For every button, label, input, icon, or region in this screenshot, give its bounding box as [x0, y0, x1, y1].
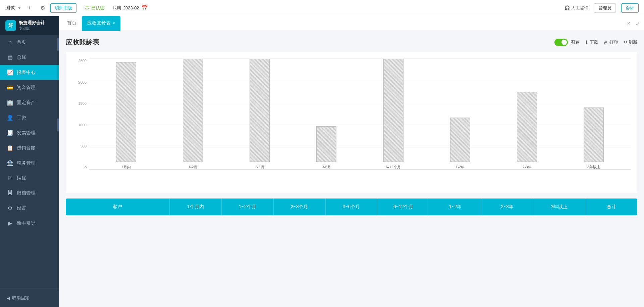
content-area: 首页 应收账龄表 × × ⤢ 应收账龄表 图表	[59, 16, 644, 307]
sidebar-item-guide[interactable]: ▶ 新手引导	[0, 216, 59, 231]
add-project-button[interactable]: ＋	[24, 3, 35, 13]
bar-3plus-year	[584, 107, 604, 162]
sidebar-item-home[interactable]: ⌂ 首页	[0, 35, 59, 50]
th-2-3year: 2~3年	[481, 199, 533, 215]
pin-icon: ◀	[7, 296, 10, 301]
sidebar-item-label: 资金管理	[17, 85, 36, 91]
tax-icon: 🏦	[7, 160, 13, 166]
th-total: 合计	[585, 199, 637, 215]
sidebar-item-label: 新手引导	[17, 220, 36, 226]
bar-label-3-6month: 3-6月	[322, 165, 331, 170]
y-label-1000: 1000	[72, 123, 89, 127]
y-label-1500: 1500	[72, 101, 89, 105]
page-content: 应收账龄表 图表 ⬇ 下载 🖨 打印 ↻	[59, 31, 644, 307]
guide-icon: ▶	[7, 220, 13, 226]
bar-1month	[116, 62, 136, 162]
sidebar-logo: 好 畅捷通好会计 专业版	[0, 16, 59, 35]
cancel-fixed-button[interactable]: ◀ 取消固定	[4, 293, 55, 303]
certified-badge: 已认证	[91, 5, 104, 11]
calendar-icon[interactable]: 📅	[141, 5, 148, 11]
tab-ar-aging[interactable]: 应收账龄表 ×	[82, 16, 120, 31]
sales-icon: 📋	[7, 145, 13, 151]
bar-group-1month: 1月内	[93, 59, 159, 170]
report-icon: 📈	[7, 69, 13, 76]
bar-label-6-12month: 6-12个月	[386, 165, 401, 170]
invoice-icon: 🧾	[7, 130, 13, 136]
project-dropdown-icon[interactable]: ▼	[17, 6, 21, 10]
chart-toggle[interactable]	[554, 39, 568, 46]
th-1-2year: 1~2年	[429, 199, 481, 215]
sidebar-item-label: 结账	[17, 175, 26, 181]
sidebar-item-payroll[interactable]: 👤 工资	[0, 110, 59, 125]
sidebar-item-label: 首页	[17, 39, 26, 45]
sidebar-item-tax[interactable]: 🏦 税务管理	[0, 156, 59, 171]
sidebar-item-fixed-assets[interactable]: 🏢 固定资产	[0, 95, 59, 110]
th-2-3month: 2~3个月	[274, 199, 326, 215]
sidebar-item-fund-mgmt[interactable]: 💳 资金管理	[0, 80, 59, 95]
sidebar-item-label: 设置	[17, 205, 26, 211]
role-button[interactable]: 会计	[621, 3, 639, 13]
th-3plus-year: 3年以上	[533, 199, 585, 215]
sidebar-item-settings[interactable]: ⚙ 设置	[0, 201, 59, 216]
top-bar-right: 🎧 人工咨询 管理员 会计	[565, 3, 639, 13]
bar-group-3-6month: 3-6月	[293, 59, 360, 170]
chart-toggle-wrap: 图表	[554, 39, 579, 46]
bar-1-2month	[183, 59, 203, 162]
y-label-500: 500	[72, 144, 89, 148]
download-label: 下载	[590, 39, 598, 45]
report-header: 应收账龄表 图表 ⬇ 下载 🖨 打印 ↻	[66, 38, 637, 47]
sidebar-item-archive[interactable]: 🗄 归档管理	[0, 186, 59, 201]
top-bar: 测试 ▼ ＋ ⚙ 切到旧版 🛡 已认证 账期 2023-02 📅 🎧 人工咨询 …	[0, 0, 644, 16]
settings-icon: ⚙	[7, 205, 13, 211]
print-label: 打印	[609, 39, 618, 45]
bar-6-12month	[383, 59, 404, 162]
help-button[interactable]: 🎧 人工咨询	[565, 5, 589, 11]
sidebar-item-closing[interactable]: ☑ 结账	[0, 171, 59, 186]
sidebar-scroll: ⌂ 首页 ▤ 总账 📈 报表中心 💳 资金管理 🏢 固定资产 👤 工资	[0, 35, 59, 289]
sidebar-item-general-ledger[interactable]: ▤ 总账	[0, 50, 59, 65]
bar-1-2year	[450, 118, 470, 162]
sidebar-item-label: 报表中心	[17, 70, 36, 76]
close-window-button[interactable]: ×	[626, 19, 632, 28]
sidebar-item-label: 固定资产	[17, 100, 36, 106]
sidebar: 好 畅捷通好会计 专业版 ⌂ 首页 ▤ 总账 📈 报表中心	[0, 16, 59, 307]
settings-button[interactable]: ⚙	[38, 3, 48, 12]
certified-icon: 🛡	[85, 5, 90, 11]
bar-group-2-3month: 2-3月	[226, 59, 293, 170]
sidebar-item-label: 发票管理	[17, 130, 36, 136]
user-button[interactable]: 管理员	[594, 3, 616, 13]
bar-2-3year	[517, 92, 537, 162]
sidebar-item-label: 税务管理	[17, 160, 36, 166]
tab-home[interactable]: 首页	[62, 16, 82, 31]
y-label-2500: 2500	[72, 59, 89, 63]
sidebar-item-label: 归档管理	[17, 190, 36, 196]
assets-icon: 🏢	[7, 99, 13, 106]
fund-icon: 💳	[7, 84, 13, 91]
report-title: 应收账龄表	[66, 38, 99, 47]
archive-icon: 🗄	[7, 190, 13, 196]
refresh-button[interactable]: ↻ 刷新	[624, 39, 637, 45]
sidebar-item-sales-ledger[interactable]: 📋 进销台账	[0, 140, 59, 156]
switch-old-version-button[interactable]: 切到旧版	[50, 3, 76, 13]
y-label-2000: 2000	[72, 80, 89, 84]
tab-close-icon[interactable]: ×	[113, 21, 115, 26]
period-label: 账期	[112, 5, 121, 11]
report-actions: 图表 ⬇ 下载 🖨 打印 ↻ 刷新	[554, 39, 637, 46]
refresh-icon: ↻	[624, 40, 627, 45]
th-6-12month: 6~12个月	[377, 199, 429, 215]
report-table: 客户 1个月内 1~2个月 2~3个月 3~6个月 6~12个月 1~2年 2~…	[66, 199, 637, 215]
closing-icon: ☑	[7, 175, 13, 181]
expand-window-button[interactable]: ⤢	[634, 19, 641, 28]
print-button[interactable]: 🖨 打印	[604, 39, 618, 45]
bar-label-2-3year: 2-3年	[523, 165, 532, 170]
sidebar-item-report-center[interactable]: 📈 报表中心	[0, 65, 59, 80]
tab-home-label: 首页	[67, 20, 76, 26]
bar-group-1-2year: 1-2年	[427, 59, 493, 170]
sidebar-item-label: 总账	[17, 54, 26, 60]
sidebar-item-label: 工资	[17, 115, 26, 121]
download-button[interactable]: ⬇ 下载	[585, 39, 598, 45]
bar-chart: 0 500 1000 1500 2000 2500	[72, 59, 631, 180]
sidebar-item-invoice[interactable]: 🧾 发票管理	[0, 125, 59, 140]
bar-group-3plus-year: 3年以上	[560, 59, 627, 170]
bars-area: 1月内 1-2月 2-3月	[89, 59, 631, 170]
